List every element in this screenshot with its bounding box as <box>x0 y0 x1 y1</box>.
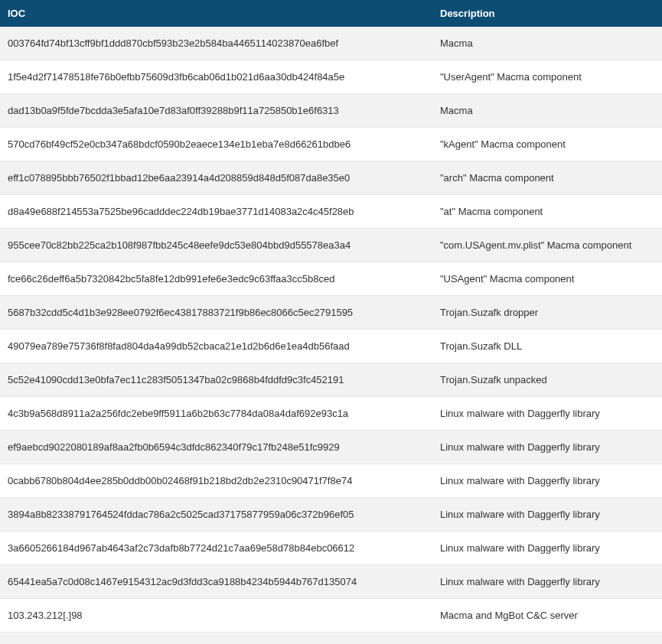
description-value: Linux malware with Daggerfly library <box>432 565 662 599</box>
table-row: 003764fd74bf13cff9bf1ddd870cbf593b23e2b5… <box>0 27 662 60</box>
ioc-value: eff1c078895bbb76502f1bbad12be6aa23914a4d… <box>0 161 432 195</box>
description-value: Trojan.Suzafk C&C server <box>432 633 662 645</box>
description-value: "USAgent" Macma component <box>432 262 662 296</box>
ioc-value: 3894a8b82338791764524fddac786a2c5025cad3… <box>0 498 432 532</box>
table-row: ef9aebcd9022080189af8aa2fb0b6594c3dfdc86… <box>0 431 662 464</box>
ioc-value: 49079ea789e75736f8f8fad804da4a99db52cbac… <box>0 330 432 363</box>
ioc-value: 5687b32cdd5c4d1b3e928ee0792f6ec438178837… <box>0 296 432 330</box>
ioc-value: 3a6605266184d967ab4643af2c73dafb8b7724d2… <box>0 532 432 565</box>
table-row: 103.243.212[.]98Macma and MgBot C&C serv… <box>0 599 662 633</box>
table-row: fce66c26deff6a5b7320842bc5fa8fe12db991ef… <box>0 262 662 296</box>
table-header-row: IOC Description <box>0 0 662 27</box>
ioc-table: IOC Description 003764fd74bf13cff9bf1ddd… <box>0 0 662 644</box>
description-value: Linux malware with Daggerfly library <box>432 431 662 464</box>
ioc-value: d8a49e688f214553a7525be96cadddec224db19b… <box>0 195 432 229</box>
table-row: 3894a8b82338791764524fddac786a2c5025cad3… <box>0 498 662 532</box>
table-row: 3a6605266184d967ab4643af2c73dafb8b7724d2… <box>0 532 662 565</box>
ioc-value: 103.243.212[.]98 <box>0 599 432 633</box>
ioc-value: 5c52e41090cdd13e0bfa7ec11c283f5051347ba0… <box>0 363 432 397</box>
ioc-value: 570cd76bf49cf52e0cb347a68bdcf0590b2eaece… <box>0 128 432 161</box>
ioc-value: 103.96.131[.]150 <box>0 633 432 645</box>
description-value: "kAgent" Macma component <box>432 128 662 161</box>
ioc-value: dad13b0a9f5fde7bcdda3e5afa10e7d83af0ff39… <box>0 94 432 128</box>
table-row: d8a49e688f214553a7525be96cadddec224db19b… <box>0 195 662 229</box>
table-row: 5c52e41090cdd13e0bfa7ec11c283f5051347ba0… <box>0 363 662 397</box>
header-ioc: IOC <box>0 0 432 27</box>
description-value: Linux malware with Daggerfly library <box>432 464 662 498</box>
table-row: dad13b0a9f5fde7bcdda3e5afa10e7d83af0ff39… <box>0 94 662 128</box>
description-value: "at" Macma component <box>432 195 662 229</box>
table-row: 570cd76bf49cf52e0cb347a68bdcf0590b2eaece… <box>0 128 662 161</box>
table-row: eff1c078895bbb76502f1bbad12be6aa23914a4d… <box>0 161 662 195</box>
description-value: Macma and MgBot C&C server <box>432 599 662 633</box>
description-value: "arch" Macma component <box>432 161 662 195</box>
ioc-value: 4c3b9a568d8911a2a256fdc2ebe9ff5911a6b2b6… <box>0 397 432 431</box>
table-body: 003764fd74bf13cff9bf1ddd870cbf593b23e2b5… <box>0 27 662 644</box>
ioc-value: 0cabb6780b804d4ee285b0ddb00b02468f91b218… <box>0 464 432 498</box>
ioc-value: 1f5e4d2f71478518fe76b0efbb75609d3fb6cab0… <box>0 60 432 94</box>
description-value: Trojan.Suzafk dropper <box>432 296 662 330</box>
ioc-value: fce66c26deff6a5b7320842bc5fa8fe12db991ef… <box>0 262 432 296</box>
ioc-value: 003764fd74bf13cff9bf1ddd870cbf593b23e2b5… <box>0 27 432 60</box>
header-description: Description <box>432 0 662 27</box>
description-value: Linux malware with Daggerfly library <box>432 498 662 532</box>
table-row: 1f5e4d2f71478518fe76b0efbb75609d3fb6cab0… <box>0 60 662 94</box>
ioc-value: 955cee70c82bb225ca2b108f987fbb245c48eefe… <box>0 229 432 262</box>
table-row: 955cee70c82bb225ca2b108f987fbb245c48eefe… <box>0 229 662 262</box>
table-row: 103.96.131[.]150Trojan.Suzafk C&C server <box>0 633 662 645</box>
ioc-value: ef9aebcd9022080189af8aa2fb0b6594c3dfdc86… <box>0 431 432 464</box>
table-row: 65441ea5a7c0d08c1467e9154312ac9d3fdd3ca9… <box>0 565 662 599</box>
description-value: Macma <box>432 94 662 128</box>
description-value: Trojan.Suzafk unpacked <box>432 363 662 397</box>
table-row: 5687b32cdd5c4d1b3e928ee0792f6ec438178837… <box>0 296 662 330</box>
description-value: Linux malware with Daggerfly library <box>432 397 662 431</box>
description-value: "UserAgent" Macma component <box>432 60 662 94</box>
table-row: 49079ea789e75736f8f8fad804da4a99db52cbac… <box>0 330 662 363</box>
description-value: Trojan.Suzafk DLL <box>432 330 662 363</box>
ioc-value: 65441ea5a7c0d08c1467e9154312ac9d3fdd3ca9… <box>0 565 432 599</box>
table-row: 0cabb6780b804d4ee285b0ddb00b02468f91b218… <box>0 464 662 498</box>
description-value: Macma <box>432 27 662 60</box>
table-row: 4c3b9a568d8911a2a256fdc2ebe9ff5911a6b2b6… <box>0 397 662 431</box>
description-value: Linux malware with Daggerfly library <box>432 532 662 565</box>
description-value: "com.USAgent.mv.plist" Macma component <box>432 229 662 262</box>
